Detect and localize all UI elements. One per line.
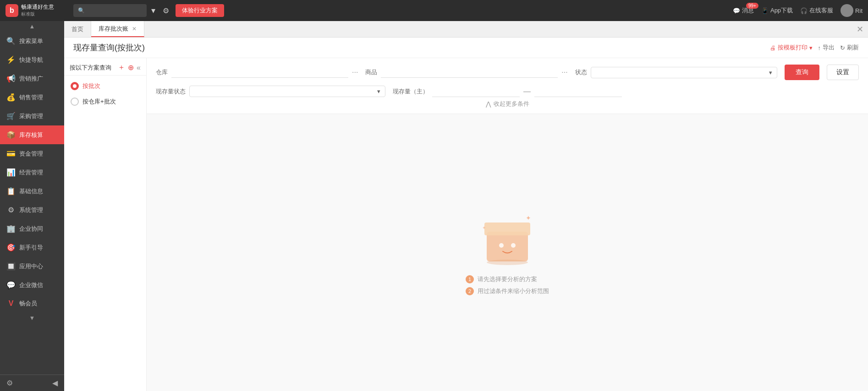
sidebar-item-finance[interactable]: 💳 资金管理 bbox=[0, 144, 64, 163]
collapse-panel-btn[interactable]: « bbox=[137, 64, 141, 72]
sidebar-item-system[interactable]: ⚙ 系统管理 bbox=[0, 201, 64, 219]
plan-list: 按批次 按仓库+批次 bbox=[64, 76, 146, 112]
sidebar-item-label: 应用中心 bbox=[19, 262, 43, 271]
edition: 标准版 bbox=[21, 11, 54, 17]
sidebar-settings-icon[interactable]: ⚙ bbox=[6, 379, 13, 387]
online-service-item[interactable]: 🎧 在线客服 bbox=[800, 6, 833, 15]
sidebar-collapse-icon[interactable]: ◀ bbox=[52, 379, 58, 387]
scroll-down[interactable]: ▼ bbox=[0, 313, 64, 323]
refresh-button[interactable]: ↻ 刷新 bbox=[840, 43, 859, 52]
sidebar-item-label: 销售管理 bbox=[19, 93, 43, 102]
print-icon: 🖨 bbox=[770, 44, 776, 51]
product-group: 商品 ··· bbox=[365, 67, 567, 78]
basic-icon: 📋 bbox=[6, 187, 16, 196]
warehouse-more-btn[interactable]: ··· bbox=[352, 68, 358, 76]
vip-icon: V bbox=[6, 299, 16, 308]
sidebar-item-quick-nav[interactable]: ⚡ 快捷导航 bbox=[0, 50, 64, 69]
main-split: 按以下方案查询 ＋ ⊕ « 按批次 bbox=[64, 58, 868, 391]
left-panel: 按以下方案查询 ＋ ⊕ « 按批次 bbox=[64, 58, 147, 391]
refresh-label: 刷新 bbox=[847, 43, 859, 52]
settings-icon[interactable]: ⚙ bbox=[160, 5, 172, 16]
tab-inventory-batch[interactable]: 库存批次账 ✕ bbox=[91, 21, 144, 37]
status-label: 状态 bbox=[575, 68, 587, 76]
hint-text-1: 请先选择要分析的方案 bbox=[478, 275, 537, 283]
tab-area-close-btn[interactable]: ✕ bbox=[852, 21, 868, 37]
warehouse-input[interactable] bbox=[171, 67, 348, 78]
marketing-icon: 📢 bbox=[6, 74, 16, 83]
tab-home-label: 首页 bbox=[71, 25, 83, 33]
sidebar-item-enterprise[interactable]: 🏢 企业协同 bbox=[0, 219, 64, 238]
scroll-up[interactable]: ▲ bbox=[0, 21, 64, 32]
plan-dot-empty bbox=[71, 98, 79, 106]
sidebar-item-apps[interactable]: 🔲 应用中心 bbox=[0, 257, 64, 276]
plan-item-by-warehouse-batch[interactable]: 按仓库+批次 bbox=[64, 94, 146, 109]
status-dropdown-icon: ▾ bbox=[769, 69, 772, 76]
search-box[interactable]: 🔍 bbox=[73, 4, 147, 17]
message-icon: 💬 bbox=[733, 7, 740, 14]
sidebar-item-wechat[interactable]: 💬 企业微信 bbox=[0, 276, 64, 294]
sidebar-item-label: 畅会员 bbox=[19, 299, 37, 308]
plan-dot-filled bbox=[71, 82, 79, 90]
warehouse-group: 仓库 ··· bbox=[156, 67, 358, 78]
print-button[interactable]: 🖨 按模板打印 ▾ bbox=[770, 43, 813, 52]
query-button[interactable]: 查询 bbox=[785, 65, 819, 80]
phone-icon: 📱 bbox=[761, 7, 769, 14]
logo-area: b 畅康通好生意 标准版 bbox=[5, 4, 70, 17]
top-header: b 畅康通好生意 标准版 🔍 ▾ ⚙ 体验行业方案 💬 消息 99+ 📱 App… bbox=[0, 0, 868, 21]
sidebar-item-search[interactable]: 🔍 搜索菜单 bbox=[0, 32, 64, 50]
app-download-item[interactable]: 📱 App下载 bbox=[761, 6, 793, 15]
collapse-more-btn[interactable]: ⋀ 收起更多条件 bbox=[156, 97, 859, 110]
sidebar-item-vip[interactable]: V 畅会员 bbox=[0, 294, 64, 313]
empty-hint: 1 请先选择要分析的方案 2 用过滤条件来缩小分析范围 bbox=[466, 275, 549, 299]
dropdown-icon[interactable]: ▾ bbox=[149, 5, 157, 16]
left-panel-header: 按以下方案查询 ＋ ⊕ « bbox=[64, 58, 146, 76]
system-icon: ⚙ bbox=[6, 206, 16, 214]
content-area: 首页 库存批次账 ✕ ✕ 现存量查询(按批次) 🖨 按模板打印 ▾ bbox=[64, 21, 868, 391]
plan-settings-btn[interactable]: ⊕ bbox=[128, 63, 134, 72]
sidebar-item-inventory[interactable]: 📦 库存核算 bbox=[0, 125, 64, 144]
plan-dot-inner bbox=[73, 84, 77, 88]
service-icon: 🎧 bbox=[800, 7, 808, 14]
product-more-btn[interactable]: ··· bbox=[561, 68, 567, 76]
collapse-label: 收起更多条件 bbox=[494, 100, 529, 108]
svg-text:✦: ✦ bbox=[526, 214, 531, 222]
tab-inventory-label: 库存批次账 bbox=[99, 25, 128, 33]
status-group: 状态 ▾ bbox=[575, 67, 777, 78]
left-panel-title: 按以下方案查询 bbox=[70, 64, 111, 72]
inventory-status-select[interactable]: ▾ bbox=[189, 86, 385, 97]
status-select[interactable]: ▾ bbox=[591, 67, 777, 78]
page-content: 现存量查询(按批次) 🖨 按模板打印 ▾ ↑ 导出 ↻ 刷新 bbox=[64, 38, 868, 391]
page-header-actions: 🖨 按模板打印 ▾ ↑ 导出 ↻ 刷新 bbox=[770, 43, 859, 52]
sidebar-item-operations[interactable]: 📊 经营管理 bbox=[0, 163, 64, 182]
sidebar-item-sales[interactable]: 💰 销售管理 bbox=[0, 88, 64, 107]
messages-item[interactable]: 💬 消息 99+ bbox=[733, 6, 754, 15]
plan-item-by-batch[interactable]: 按批次 bbox=[64, 78, 146, 94]
enterprise-icon: 🏢 bbox=[6, 224, 16, 233]
sidebar-item-basic[interactable]: 📋 基础信息 bbox=[0, 182, 64, 201]
sidebar-item-label: 资金管理 bbox=[19, 150, 43, 158]
search-menu-icon: 🔍 bbox=[6, 37, 16, 45]
svg-rect-1 bbox=[484, 223, 530, 235]
add-plan-btn[interactable]: ＋ bbox=[118, 63, 125, 72]
tab-close-btn[interactable]: ✕ bbox=[132, 26, 137, 32]
product-input[interactable] bbox=[381, 67, 558, 78]
sidebar-item-marketing[interactable]: 📢 营销推广 bbox=[0, 69, 64, 88]
operations-icon: 📊 bbox=[6, 168, 16, 177]
sidebar-item-newbie[interactable]: 🎯 新手引导 bbox=[0, 238, 64, 257]
export-button[interactable]: ↑ 导出 bbox=[818, 43, 835, 52]
hint-item-2: 2 用过滤条件来缩小分析范围 bbox=[466, 287, 549, 295]
settings-button[interactable]: 设置 bbox=[827, 65, 859, 80]
user-profile[interactable]: Rit bbox=[841, 4, 863, 17]
sidebar-item-label: 采购管理 bbox=[19, 112, 43, 120]
sidebar-item-label: 搜索菜单 bbox=[19, 37, 43, 45]
inventory-status-label: 现存量状态 bbox=[156, 87, 186, 96]
sidebar-item-label: 企业微信 bbox=[19, 281, 43, 289]
warehouse-label: 仓库 bbox=[156, 68, 168, 76]
tab-home[interactable]: 首页 bbox=[64, 21, 91, 37]
sidebar-item-label: 系统管理 bbox=[19, 206, 43, 214]
sidebar-item-purchase[interactable]: 🛒 采购管理 bbox=[0, 107, 64, 125]
inv-status-dropdown-icon: ▾ bbox=[377, 88, 380, 95]
inventory-qty-max[interactable] bbox=[534, 86, 622, 97]
inventory-qty-min[interactable] bbox=[432, 86, 520, 97]
experience-button[interactable]: 体验行业方案 bbox=[176, 4, 224, 17]
